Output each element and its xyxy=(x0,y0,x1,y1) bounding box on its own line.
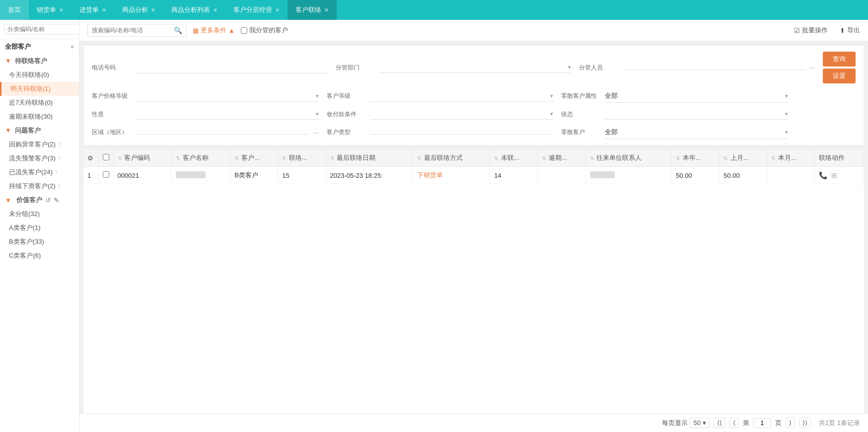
prev-page-btn[interactable]: ⟨ xyxy=(729,418,739,428)
sidebar-item-declining[interactable]: 持续下滑客户(2) ? xyxy=(0,179,79,193)
th-unit-contact: ⇅ 往来单位联系人 xyxy=(585,149,671,167)
export-btn[interactable]: ⬆ 导出 xyxy=(840,26,860,35)
hint-icon-1: ? xyxy=(58,155,61,161)
filter-payment-select[interactable]: ▾ xyxy=(370,109,554,120)
table-header-row: ⚙ ⇅ 客户编码 ⇅ 客户名称 xyxy=(83,149,864,167)
sidebar-item-a-class[interactable]: A类客户(1) xyxy=(0,221,79,235)
sidebar-item-churn-warning[interactable]: 流失预警客户(3) ? xyxy=(0,151,79,165)
sort-icon-overdue[interactable]: ⇅ xyxy=(542,155,546,161)
filter-manager-select[interactable] xyxy=(623,66,805,70)
filter-phone-input[interactable] xyxy=(136,62,328,73)
query-button[interactable]: 查询 xyxy=(823,52,856,67)
retail-attr-arrow: ▾ xyxy=(785,93,788,99)
filter-customer-type-field: 客户类型 xyxy=(327,128,554,137)
nav-purchase-close[interactable]: ✕ xyxy=(102,7,106,13)
filter-region-select[interactable] xyxy=(136,130,309,135)
sidebar-item-today-contact[interactable]: 今天待联络(0) xyxy=(0,68,79,82)
set-button[interactable]: 设置 xyxy=(823,69,856,83)
sidebar-item-overdue-contact[interactable]: 逾期未联络(30) xyxy=(0,110,79,124)
more-conditions-btn[interactable]: ▦ 更多条件 ▲ xyxy=(193,26,235,35)
select-all-checkbox[interactable] xyxy=(103,154,109,160)
filter-customer-level-select[interactable]: ▾ xyxy=(370,91,554,102)
table-wrap: ⚙ ⇅ 客户编码 ⇅ 客户名称 xyxy=(83,149,864,413)
sort-icon-unlinked[interactable]: ⇅ xyxy=(494,155,498,161)
value-group-edit-icon[interactable]: ✎ xyxy=(54,197,59,204)
sort-icon-count[interactable]: ⇅ xyxy=(282,155,286,161)
search-input[interactable] xyxy=(92,27,174,34)
sort-icon-name[interactable]: ⇅ xyxy=(176,155,180,161)
last-contact-link[interactable]: 下销货单 xyxy=(417,171,443,179)
status-arrow: ▾ xyxy=(785,111,788,117)
next-page-btn[interactable]: ⟩ xyxy=(786,418,795,428)
sidebar-item-churned[interactable]: 已流失客户(24) ? xyxy=(0,165,79,179)
my-customers-checkbox-wrap[interactable]: 我分管的客户 xyxy=(241,26,288,35)
nav-customer-contact-close[interactable]: ✕ xyxy=(324,7,329,13)
th-actions: 联络动作 xyxy=(815,149,864,167)
table-row: 1 000021 B类客户 15 2023-05-23 18:25: xyxy=(83,167,864,184)
filter-dept-select[interactable]: ▾ xyxy=(379,62,572,73)
sidebar-item-b-class[interactable]: B类客户(33) xyxy=(0,235,79,249)
per-page-select[interactable]: 50 ▾ xyxy=(690,418,709,428)
filter-retail-attr-select[interactable]: 全部 ▾ xyxy=(605,89,788,103)
row-checkbox[interactable] xyxy=(103,171,109,178)
td-checkbox xyxy=(98,167,113,184)
sidebar-item-abnormal-repurchase[interactable]: 回购异常客户(2) ? xyxy=(0,138,79,151)
sort-icon-date[interactable]: ⇅ xyxy=(330,155,334,161)
nav-customer-layer[interactable]: 客户分层经营 ✕ xyxy=(225,0,288,20)
nav-purchase[interactable]: 进货单 ✕ xyxy=(72,0,114,20)
nav-goods-analysis-list[interactable]: 商品分析列表 ✕ xyxy=(163,0,225,20)
batch-op-btn[interactable]: ☑ 批量操作 xyxy=(794,26,828,35)
search-bar: 🔍 ▦ 更多条件 ▲ 我分管的客户 ☑ 批量操作 ⬆ 导出 xyxy=(79,20,868,41)
page-input[interactable] xyxy=(753,418,771,428)
sidebar-item-7days-contact[interactable]: 近7天待联络(0) xyxy=(0,96,79,110)
last-page-btn[interactable]: ⟩⟩ xyxy=(799,418,811,428)
first-page-btn[interactable]: ⟨⟨ xyxy=(714,418,725,428)
filter-manager-dots[interactable]: ··· xyxy=(809,64,815,72)
filter-retail-customer-select[interactable]: 全部 ▾ xyxy=(605,126,788,139)
filter-customer-type-select[interactable] xyxy=(370,130,554,135)
nav-goods-list-close[interactable]: ✕ xyxy=(213,7,217,13)
action-phone-icon[interactable]: 📞 xyxy=(819,171,827,179)
my-customers-checkbox[interactable] xyxy=(241,27,247,34)
td-this-month xyxy=(767,167,815,184)
sort-icon-type[interactable]: ⇅ xyxy=(234,155,238,161)
sort-icon-thismonth[interactable]: ⇅ xyxy=(771,155,775,161)
filter-region-dots[interactable]: ··· xyxy=(313,129,319,137)
sidebar-collapse-icon[interactable]: « xyxy=(71,43,74,50)
value-group-refresh-icon[interactable]: ↺ xyxy=(45,197,51,204)
problem-group-label: ▼ 问题客户 xyxy=(0,124,79,138)
sidebar-item-ungrouped[interactable]: 未分组(32) xyxy=(0,207,79,221)
nav-goods-analysis-close[interactable]: ✕ xyxy=(151,7,155,13)
sort-icon-unit[interactable]: ⇅ xyxy=(590,155,594,161)
all-customers-label[interactable]: 全部客户 « xyxy=(0,39,79,54)
filter-gender-select[interactable]: ▾ xyxy=(136,109,319,120)
nav-sales[interactable]: 销货单 ✕ xyxy=(29,0,72,20)
filter-manager-field: 分管人员 ··· xyxy=(579,64,815,72)
nav-customer-contact[interactable]: 客户联络 ✕ xyxy=(288,0,337,20)
nav-home[interactable]: 首页 xyxy=(0,0,29,20)
sidebar-search-input[interactable] xyxy=(4,24,79,35)
customer-table: ⚙ ⇅ 客户编码 ⇅ 客户名称 xyxy=(83,149,864,184)
filter-status-select[interactable]: ▾ xyxy=(605,109,788,120)
sort-icon-method[interactable]: ⇅ xyxy=(417,155,421,161)
page-suffix: 页 xyxy=(775,419,782,428)
nav-sales-close[interactable]: ✕ xyxy=(59,7,64,13)
content-area: 🔍 ▦ 更多条件 ▲ 我分管的客户 ☑ 批量操作 ⬆ 导出 xyxy=(79,20,868,432)
sort-icon-year[interactable]: ⇅ xyxy=(676,155,680,161)
filter-manager-label: 分管人员 xyxy=(579,64,619,72)
action-grid-icon[interactable]: ⊞ xyxy=(831,171,837,179)
filter-value-level-label: 客户价格等级 xyxy=(92,92,132,100)
filter-value-level-select[interactable]: ▾ xyxy=(136,91,319,102)
td-actions: 📞 ⊞ xyxy=(815,167,864,184)
sort-icon-lastmonth[interactable]: ⇅ xyxy=(723,155,727,161)
nav-customer-layer-close[interactable]: ✕ xyxy=(275,7,280,13)
nav-goods-analysis[interactable]: 商品分析 ✕ xyxy=(114,0,163,20)
sort-icon-code[interactable]: ⇅ xyxy=(118,155,122,161)
per-page-arrow: ▾ xyxy=(703,419,706,427)
search-icon[interactable]: 🔍 xyxy=(174,26,182,34)
th-this-month: ⇅ 本月... xyxy=(767,149,815,167)
settings-icon[interactable]: ⚙ xyxy=(87,154,93,162)
filter-row-4: 区域（地区） ··· 客户类型 零散客户 全部 ▾ xyxy=(92,126,856,139)
sidebar-item-tomorrow-contact[interactable]: 明天待联络(1) xyxy=(0,82,79,96)
sidebar-item-c-class[interactable]: C类客户(6) xyxy=(0,249,79,263)
